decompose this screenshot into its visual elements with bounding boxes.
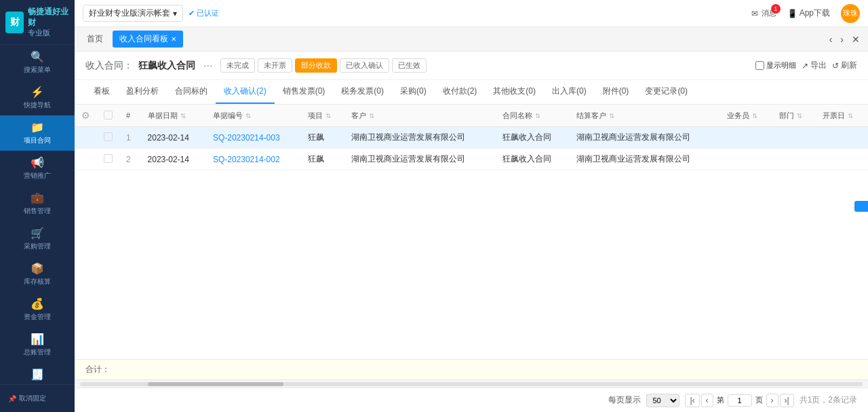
sub-tab-10[interactable]: 附件(0) [595,80,637,104]
cell-billing-1: 湖南卫视商业运营发展有限公司 [570,149,720,170]
sub-tab-5[interactable]: 税务发票(0) [333,80,392,104]
notification-button[interactable]: ✉ 1 1 消息 [751,8,776,18]
cell-dept-0 [772,127,816,149]
sort-number-icon[interactable]: ⇅ [245,112,251,119]
cancel-fixed-button[interactable]: 📌 取消固定 [5,390,69,407]
show-detail-checkbox[interactable]: 显示明细 [755,60,796,71]
refresh-button[interactable]: ↺ 刷新 [832,60,857,71]
sub-tab-4[interactable]: 销售发票(0) [275,80,334,104]
app-download-button[interactable]: 📱 App下载 [787,7,830,19]
sub-tab-3[interactable]: 收入确认(2) [216,80,275,104]
sidebar-item-9[interactable]: 🧾发票管理 [0,362,75,384]
page-size-select[interactable]: 50 100 [646,394,679,407]
show-detail-input[interactable] [755,61,764,70]
sub-tab-9[interactable]: 出入库(0) [544,80,595,104]
chevron-down-icon: ▾ [173,9,177,18]
sort-dept-icon[interactable]: ⇅ [797,112,802,119]
cell-customer-1: 湖南卫视商业运营发展有限公司 [344,149,495,170]
sub-tab-7[interactable]: 收付款(2) [435,80,486,104]
pin-icon: 📌 [8,395,16,402]
sidebar-item-4[interactable]: 💼销售管理 [0,186,75,221]
page-next-button[interactable]: › [766,394,778,407]
export-button[interactable]: ↗ 导出 [802,60,827,71]
company-selector[interactable]: 好业财专业版演示帐套 ▾ [83,5,183,22]
sub-tab-6[interactable]: 采购(0) [392,80,435,104]
status-btn-1[interactable]: 未开票 [258,58,292,73]
table-footer: 合计： [75,359,868,379]
cell-salesperson-1 [720,149,772,170]
nav-icon-4: 💼 [31,191,44,204]
sidebar-item-7[interactable]: 💰资金管理 [0,292,75,327]
cell-number-0: SQ-20230214-003 [206,127,302,149]
table-row[interactable]: 1 2023-02-14 SQ-20230214-003 狂飙 湖南卫视商业运营… [75,127,868,149]
page-input[interactable] [728,394,752,407]
sub-tab-1[interactable]: 盈利分析 [118,80,167,104]
sub-tab-0[interactable]: 看板 [85,80,118,104]
page-last-button[interactable]: ›| [780,394,794,407]
settings-icon[interactable]: ⚙ [81,110,90,121]
scrollbar-track [80,382,863,386]
page-prev-button[interactable]: ‹ [701,394,713,407]
sort-salesperson-icon[interactable]: ⇅ [752,112,757,119]
sort-billing-icon[interactable]: ⇅ [609,112,614,119]
status-btn-0[interactable]: 未完成 [220,58,255,73]
sidebar-item-1[interactable]: ⚡快捷导航 [0,80,75,115]
table-row[interactable]: 2 2023-02-14 SQ-20230214-002 狂飙 湖南卫视商业运营… [75,149,868,170]
row-checkbox-0[interactable] [104,132,113,141]
tab-prev-button[interactable]: ‹ [827,33,835,46]
tab-close-icon[interactable]: ✕ [171,35,176,43]
tab-close-all-button[interactable]: ✕ [849,33,863,46]
user-avatar[interactable]: 珠珠 [841,4,860,23]
export-icon: ↗ [802,61,808,71]
cell-checkbox-0 [97,127,119,149]
status-btn-4[interactable]: 已生效 [392,58,427,73]
contract-more-button[interactable]: ··· [203,60,212,72]
scrollbar-thumb[interactable] [148,382,283,386]
tab-home[interactable]: 首页 [80,33,110,45]
tab-next-button[interactable]: › [837,33,846,46]
status-btn-2[interactable]: 部分收款 [295,58,337,73]
col-settings: ⚙ [75,105,97,127]
record-link-0[interactable]: SQ-20230214-003 [213,133,280,143]
row-checkbox-1[interactable] [104,154,113,163]
page-nav: |‹ ‹ 第 页 › ›| [685,394,793,407]
col-contract-header: 合同名称⇅ [496,105,570,127]
sticky-right-panel[interactable]: 审批 [854,201,868,212]
sub-tab-11[interactable]: 变更记录(0) [637,80,696,104]
select-all-checkbox[interactable] [104,111,113,119]
sidebar-item-2[interactable]: 📁项目合同 [0,115,75,151]
contract-actions: 显示明细 ↗ 导出 ↺ 刷新 [755,60,857,71]
sort-contract-icon[interactable]: ⇅ [535,112,540,119]
sub-tab-8[interactable]: 其他收支(0) [485,80,544,104]
col-project-header: 项目⇅ [301,105,344,127]
col-customer-header: 客户⇅ [344,105,495,127]
sub-tabs: 看板盈利分析合同标的收入确认(2)销售发票(0)税务发票(0)采购(0)收付款(… [75,80,868,105]
sort-project-icon[interactable]: ⇅ [326,112,331,119]
table-container[interactable]: ⚙ # 单据日期⇅ 单据编号⇅ 项目⇅ 客户⇅ 合同名称⇅ 结算客户⇅ 业务员⇅… [75,105,868,359]
sidebar-item-6[interactable]: 📦库存核算 [0,257,75,292]
sidebar-item-3[interactable]: 📢营销推广 [0,151,75,186]
col-date-header: 单据日期⇅ [141,105,206,127]
sub-tab-2[interactable]: 合同标的 [167,80,216,104]
col-checkbox [97,105,119,127]
cell-dept-1 [772,149,816,170]
download-icon: 📱 [787,9,797,18]
nav-label-6: 库存核算 [24,277,51,286]
table-scrollbar[interactable] [75,379,868,388]
cell-index-1: 2 [119,149,141,170]
sidebar-logo: 财 畅捷通好业财 专业版 [0,0,75,45]
page-first-button[interactable]: |‹ [685,394,699,407]
nav-icon-1: ⚡ [31,86,44,98]
tab-contract-board[interactable]: 收入合同看板 ✕ [113,31,183,48]
bell-icon: ✉ [751,9,758,18]
sort-invoice-date-icon[interactable]: ⇅ [848,112,853,119]
sidebar-item-8[interactable]: 📊总账管理 [0,327,75,362]
sidebar-item-0[interactable]: 🔍搜索菜单 [0,45,75,80]
status-btn-3[interactable]: 已收入确认 [340,58,389,73]
sort-date-icon[interactable]: ⇅ [180,112,186,119]
record-link-1[interactable]: SQ-20230214-002 [213,155,280,164]
col-invoice-date-header: 开票日⇅ [816,105,868,127]
cell-date-0: 2023-02-14 [141,127,206,149]
sidebar-item-5[interactable]: 🛒采购管理 [0,221,75,257]
sort-customer-icon[interactable]: ⇅ [369,112,374,119]
